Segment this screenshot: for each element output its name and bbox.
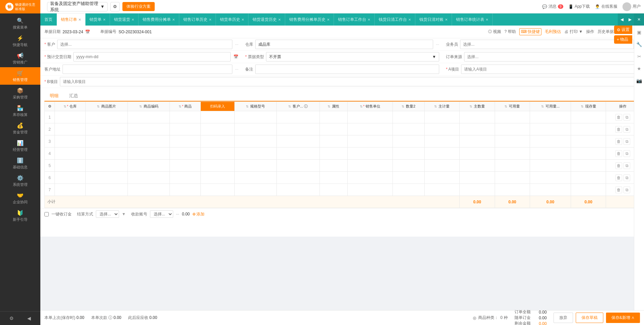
tab-sales-goods-history-close[interactable]: ✕ (241, 18, 244, 22)
cell-warehouse-6[interactable] (55, 172, 86, 184)
cell-unit-2[interactable] (348, 123, 392, 135)
app-download-button[interactable]: 📱 App下载 (568, 4, 590, 9)
cell-unit-6[interactable] (348, 172, 392, 184)
row-copy-6[interactable]: ⧉ (623, 174, 630, 181)
view-link[interactable]: ◎ 视频 (488, 29, 501, 35)
discard-button[interactable]: 放弃 (554, 313, 573, 323)
sidebar-item-sales[interactable]: 🛒 销售管理 (0, 67, 40, 85)
tab-sales-stats-close[interactable]: ✕ (486, 18, 488, 22)
cell-main-qty-5[interactable] (460, 160, 495, 172)
cell-spec-4[interactable] (234, 148, 276, 160)
cell-spec-6[interactable] (234, 172, 276, 184)
sidebar-collapse-icon[interactable]: ◀ (25, 314, 33, 322)
row-delete-1[interactable]: 🗑 (615, 114, 622, 121)
cell-sku-1[interactable] (128, 111, 170, 123)
cell-stock-1[interactable] (571, 111, 606, 123)
tab-sales-goods-close[interactable]: ✕ (103, 18, 106, 22)
row-delete-6[interactable]: 🗑 (615, 174, 622, 181)
cell-avail2-3[interactable] (530, 135, 571, 148)
profit-link[interactable]: 毛利预估 (545, 29, 561, 35)
cell-stock-5[interactable] (571, 160, 606, 172)
address-more-icon[interactable]: ··· (235, 67, 238, 72)
cell-cust-code-7[interactable] (276, 184, 319, 196)
tab-order-workbench[interactable]: 销售订单工作台 ✕ (334, 13, 375, 26)
cell-main-unit-5[interactable] (424, 160, 459, 172)
cell-scan-4[interactable] (201, 148, 235, 160)
tab-sales-return-close[interactable]: ✕ (131, 18, 134, 22)
tab-sales-return[interactable]: 销货退货 ✕ (110, 13, 139, 26)
cell-unit-1[interactable] (348, 111, 392, 123)
cell-product-3[interactable] (170, 135, 201, 148)
a-project-input[interactable] (461, 65, 640, 74)
message-button[interactable]: 💬 消息 9 (542, 4, 563, 9)
cell-product-2[interactable] (170, 123, 201, 135)
tab-sales-fee-close[interactable]: ✕ (172, 18, 175, 22)
cell-scan-7[interactable] (201, 184, 235, 196)
cell-main-qty-4[interactable] (460, 148, 495, 160)
cell-avail-3[interactable] (495, 135, 530, 148)
row-delete-3[interactable]: 🗑 (615, 138, 622, 145)
col-setting[interactable]: ⚙ (45, 102, 55, 111)
tab-fee-history[interactable]: 销售费用分摊单历史 ✕ (285, 13, 334, 26)
right-icon-4[interactable]: ★ (635, 65, 643, 73)
calendar-icon[interactable]: 📅 (85, 30, 90, 34)
cell-sku-7[interactable] (128, 184, 170, 196)
cell-attr-7[interactable] (319, 184, 348, 196)
warehouse-more-icon[interactable]: ··· (436, 42, 439, 47)
tab-sales-stats[interactable]: 销售订单统计表 ✕ (452, 13, 493, 26)
sidebar-item-purchase[interactable]: 📦 采购管理 (0, 85, 40, 102)
cell-cust-code-2[interactable] (276, 123, 319, 135)
add-payment-button[interactable]: ⊕ 添加 (192, 211, 204, 217)
cell-main-qty-3[interactable] (460, 135, 495, 148)
cell-product-4[interactable] (170, 148, 201, 160)
tab-sales-order-history-close[interactable]: ✕ (209, 18, 212, 22)
cell-unit-7[interactable] (348, 184, 392, 196)
trial-button[interactable]: 体验行业方案 (122, 2, 155, 11)
sidebar-item-base-info[interactable]: ℹ️ 基础信息 (0, 155, 40, 172)
sidebar-item-inventory[interactable]: 🏪 库存核算 (0, 102, 40, 120)
row-copy-7[interactable]: ⧉ (623, 187, 630, 193)
delivery-date-cal-icon[interactable]: 📅 (233, 54, 238, 59)
row-copy-5[interactable]: ⧉ (623, 162, 630, 169)
cell-attr-1[interactable] (319, 111, 348, 123)
cell-avail-2[interactable] (495, 123, 530, 135)
cell-avail2-2[interactable] (530, 123, 571, 135)
tab-cash-workbench[interactable]: 钱货日清工作台 ✕ (375, 13, 415, 26)
cell-avail-6[interactable] (495, 172, 530, 184)
cell-cust-code-5[interactable] (276, 160, 319, 172)
cell-image-4[interactable] (85, 148, 127, 160)
sidebar-item-operations[interactable]: 📊 经营管理 (0, 137, 40, 155)
delivery-date-input[interactable] (73, 52, 231, 62)
sidebar-item-guide[interactable]: 🔰 新手引导 (0, 207, 40, 225)
save-draft-button[interactable]: 保存草稿 (576, 313, 603, 323)
cell-stock-3[interactable] (571, 135, 606, 148)
cell-avail-7[interactable] (495, 184, 530, 196)
cell-image-3[interactable] (85, 135, 127, 148)
cell-spec-1[interactable] (234, 111, 276, 123)
online-service-button[interactable]: 👨‍💼 在线客服 (595, 4, 617, 9)
warehouse-select[interactable]: 成品库 (255, 40, 433, 49)
tab-summary[interactable]: 汇总 (64, 91, 83, 101)
salesperson-input[interactable] (460, 40, 634, 49)
sidebar-gear-icon[interactable]: ⚙ (7, 314, 15, 322)
user-button[interactable]: 用户 (622, 2, 641, 11)
cell-main-qty-2[interactable] (460, 123, 495, 135)
cell-product-1[interactable] (170, 111, 201, 123)
cell-qty2-2[interactable] (392, 123, 424, 135)
b-project-input[interactable] (60, 77, 640, 86)
tab-prev-button[interactable]: ◀ (618, 13, 626, 26)
tab-return-history-close[interactable]: ✕ (278, 18, 281, 22)
tab-fee-history-close[interactable]: ✕ (327, 18, 330, 22)
save-new-button[interactable]: 保存&新增 ∧ (606, 313, 640, 323)
cell-attr-3[interactable] (319, 135, 348, 148)
cell-unit-5[interactable] (348, 160, 392, 172)
cell-qty2-5[interactable] (392, 160, 424, 172)
cell-main-unit-2[interactable] (424, 123, 459, 135)
cell-scan-2[interactable] (201, 123, 235, 135)
tab-detail[interactable]: 明细 (44, 91, 64, 101)
cell-stock-6[interactable] (571, 172, 606, 184)
row-delete-2[interactable]: 🗑 (615, 126, 622, 133)
goods-quick-btn[interactable]: + 物品 (614, 35, 632, 44)
cell-product-6[interactable] (170, 172, 201, 184)
payment-dots-icon[interactable]: ··· (176, 212, 179, 216)
